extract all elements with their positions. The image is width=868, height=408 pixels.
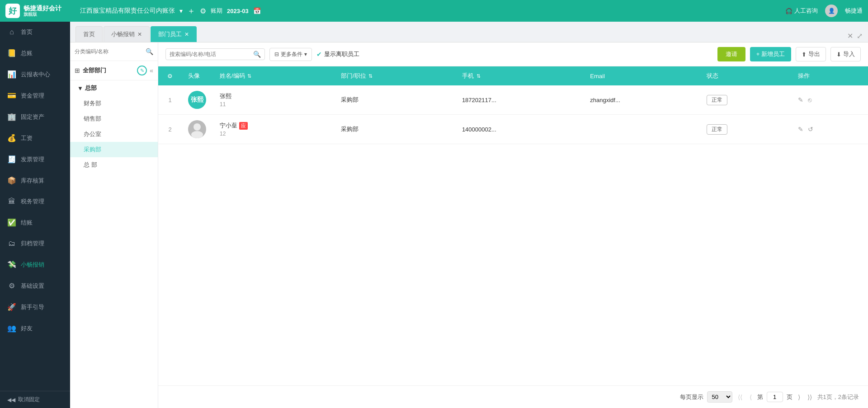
sidebar-item-label: 库存核算 (21, 177, 44, 185)
support-btn[interactable]: 🎧 人工咨询 (785, 7, 818, 15)
sidebar: ⌂ 首页 📒 总账 📊 云报表中心 💳 资金管理 🏢 固定资产 💰 工资 🧾 发… (0, 22, 70, 408)
sidebar-item-assets[interactable]: 🏢 固定资产 (0, 106, 70, 127)
row-status-cell: 正常 (700, 115, 792, 144)
add-company-btn[interactable]: ＋ (187, 7, 195, 15)
funds-icon: 💳 (7, 91, 16, 100)
company-dropdown-btn[interactable]: ▾ (179, 7, 183, 14)
dept-item-bangong[interactable]: 办公室 (70, 127, 158, 142)
tab-dept[interactable]: 部门员工 ✕ (151, 26, 197, 42)
emp-code: 11 (220, 101, 328, 108)
page-last-btn[interactable]: ⟩⟩ (806, 393, 814, 402)
tab-expense-close-btn[interactable]: ✕ (137, 32, 142, 37)
sidebar-item-settings[interactable]: ⚙ 基础设置 (0, 275, 70, 296)
sidebar-item-label: 结账 (21, 219, 33, 227)
col-dept[interactable]: 部门/职位 ⇅ (335, 66, 456, 85)
top-bar: 好 畅捷通好会计 旗舰版 江西服宝精品有限责任公司内账张 ▾ ＋ ⚙ 账期 20… (0, 0, 868, 22)
salary-icon: 💰 (7, 134, 16, 142)
dept-item-zongbu[interactable]: 总 部 (70, 157, 158, 173)
row-action-cell: ✎⎋ (792, 85, 868, 115)
sidebar-item-invoice[interactable]: 🧾 发票管理 (0, 149, 70, 170)
support-label: 人工咨询 (794, 7, 818, 15)
delete-icon[interactable]: ↺ (808, 126, 813, 133)
dept-group-zongbu: ▼ 总部 财务部 销售部 办公室 采购部 总 部 (70, 80, 158, 173)
row-action-cell: ✎↺ (792, 115, 868, 144)
dept-item-xiaoshou[interactable]: 销售部 (70, 111, 158, 127)
col-phone[interactable]: 手机 ⇅ (456, 66, 584, 85)
row-avatar-cell: 张熙 (182, 85, 213, 115)
emp-name: 宁小葟应 (220, 122, 328, 130)
tab-dept-close-btn[interactable]: ✕ (184, 32, 189, 37)
sidebar-cancel-fixed[interactable]: ◀◀ 取消固定 (0, 391, 70, 408)
dept-grid-icon: ⊞ (75, 67, 80, 74)
sidebar-item-label: 发票管理 (21, 155, 44, 164)
sidebar-item-reports[interactable]: 📊 云报表中心 (0, 64, 70, 85)
ledger-icon: 📒 (7, 49, 16, 57)
triangle-icon: ▼ (77, 85, 83, 92)
main-layout: ⌂ 首页 📒 总账 📊 云报表中心 💳 资金管理 🏢 固定资产 💰 工资 🧾 发… (0, 22, 868, 408)
calendar-icon[interactable]: 📅 (253, 7, 261, 14)
window-close-btn[interactable]: ✕ (847, 32, 853, 40)
edit-icon[interactable]: ✎ (798, 96, 803, 103)
sidebar-item-tax[interactable]: 🏛 税务管理 (0, 191, 70, 212)
sidebar-item-guide[interactable]: 🚀 新手引导 (0, 296, 70, 318)
edit-icon[interactable]: ✎ (798, 126, 803, 133)
tab-window-btns: ✕ ⤢ (847, 32, 863, 42)
page-input[interactable] (767, 392, 783, 402)
export-btn[interactable]: ⬆ 导出 (796, 47, 826, 61)
sidebar-item-partner[interactable]: 👥 好友 (0, 318, 70, 339)
app-title: 畅捷通好会计 (24, 5, 61, 12)
archive-icon: 🗂 (7, 239, 16, 248)
invite-btn[interactable]: 邀请 (717, 47, 745, 61)
status-badge: 正常 (707, 95, 727, 105)
page-prev-btn[interactable]: ⟨ (748, 393, 754, 402)
sidebar-item-inventory[interactable]: 📦 库存核算 (0, 170, 70, 191)
sidebar-item-salary[interactable]: 💰 工资 (0, 127, 70, 149)
window-expand-btn[interactable]: ⤢ (857, 32, 863, 40)
guide-icon: 🚀 (7, 303, 16, 311)
all-dept-header[interactable]: ⊞ 全部部门 ✎ « (70, 61, 158, 80)
dept-search-btn[interactable]: 🔍 (146, 48, 153, 55)
row-phone-cell: 187202117... (456, 85, 584, 115)
col-avatar: 头像 (182, 66, 213, 85)
add-emp-btn[interactable]: + 新增员工 (750, 47, 791, 61)
dept-item-caigou[interactable]: 采购部 (70, 142, 158, 157)
reports-icon: 📊 (7, 70, 16, 79)
col-settings[interactable]: ⚙ (158, 66, 182, 85)
cancel-fixed-label: 取消固定 (18, 396, 40, 403)
sidebar-item-funds[interactable]: 💳 资金管理 (0, 85, 70, 106)
col-name[interactable]: 姓名/编码 ⇅ (213, 66, 335, 85)
sidebar-item-ledger[interactable]: 📒 总账 (0, 42, 70, 64)
sidebar-item-expense[interactable]: 💸 小畅报销 (0, 254, 70, 275)
page-label: 页 (787, 393, 793, 401)
col-action: 操作 (792, 66, 868, 85)
checkbox-icon: ✔ (316, 51, 322, 58)
dept-item-caiwu[interactable]: 财务部 (70, 96, 158, 111)
dept-edit-badge[interactable]: ✎ (137, 66, 147, 75)
more-filter-btn[interactable]: ⊟ 更多条件 ▾ (269, 48, 312, 61)
settings-gear-btn[interactable]: ⚙ (200, 7, 206, 15)
import-btn[interactable]: ⬇ 导入 (830, 47, 861, 61)
logo: 好 畅捷通好会计 旗舰版 (5, 4, 75, 18)
sidebar-item-label: 固定资产 (21, 113, 44, 121)
svg-point-0 (193, 123, 201, 131)
sidebar-item-archive[interactable]: 🗂 归档管理 (0, 233, 70, 254)
row-email-cell (584, 115, 700, 144)
dept-collapse-icon[interactable]: « (150, 67, 153, 74)
tab-expense[interactable]: 小畅报销 ✕ (104, 26, 150, 42)
dept-search-input[interactable] (75, 48, 143, 55)
settings-icon: ⚙ (7, 281, 16, 290)
sidebar-item-home[interactable]: ⌂ 首页 (0, 22, 70, 42)
page-next-btn[interactable]: ⟩ (796, 393, 802, 402)
total-text: 共1页，2条记录 (817, 393, 859, 401)
show-leave-check[interactable]: ✔ 显示离职员工 (316, 50, 359, 58)
row-dept-cell: 采购部 (335, 85, 456, 115)
emp-tag-badge: 应 (239, 122, 248, 130)
tab-home[interactable]: 首页 (75, 26, 103, 42)
logout-icon[interactable]: ⎋ (808, 96, 811, 103)
sidebar-item-checkout[interactable]: ✅ 结账 (0, 212, 70, 233)
emp-search-input[interactable] (170, 51, 250, 57)
dept-group-header[interactable]: ▼ 总部 (70, 80, 158, 96)
page-size-label: 每页显示 (680, 393, 703, 401)
page-size-select[interactable]: 50 10 20 100 (707, 391, 732, 403)
page-first-btn[interactable]: ⟨⟨ (736, 393, 744, 402)
